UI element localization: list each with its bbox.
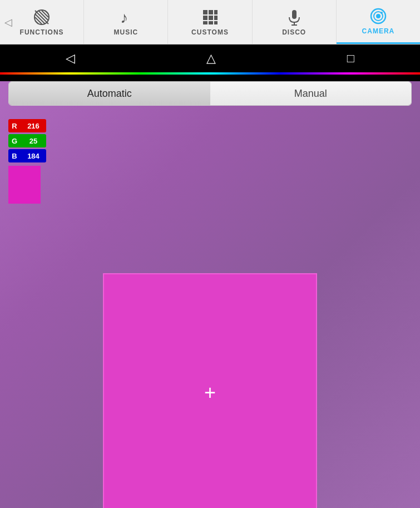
tab-switcher: Automatic Manual xyxy=(8,81,412,106)
rgb-red-badge: R 216 xyxy=(8,119,46,132)
svg-rect-17 xyxy=(214,21,218,24)
nav-label-camera: CAMERA xyxy=(362,27,395,35)
svg-rect-18 xyxy=(292,10,297,19)
svg-point-24 xyxy=(381,12,383,14)
svg-rect-9 xyxy=(203,10,207,14)
color-spectrum-bar xyxy=(0,72,420,75)
music-icon: ♪ xyxy=(117,8,135,26)
android-nav-bar: ◁ △ □ xyxy=(0,45,420,72)
svg-rect-11 xyxy=(214,10,218,14)
svg-rect-10 xyxy=(209,10,213,14)
camera-add-icon[interactable]: + xyxy=(204,381,216,405)
main-content: Automatic Manual R 216 G 25 B 184 + xyxy=(0,81,420,508)
nav-item-customs[interactable]: CUSTOMS xyxy=(168,0,252,44)
svg-point-23 xyxy=(376,14,381,18)
svg-rect-16 xyxy=(209,21,213,24)
microphone-icon xyxy=(285,8,303,26)
android-back-button[interactable]: ◁ xyxy=(66,51,75,66)
android-home-button[interactable]: △ xyxy=(206,51,216,66)
camera-capture-area[interactable]: + xyxy=(103,273,317,508)
nav-item-functions[interactable]: ◁ FUNCTIONS xyxy=(0,0,84,44)
nav-label-functions: FUNCTIONS xyxy=(20,28,64,36)
top-nav: ◁ FUNCTIONS ♪ MUSIC xyxy=(0,0,420,45)
svg-line-5 xyxy=(42,11,48,17)
svg-line-4 xyxy=(35,17,42,24)
rgb-g-value: 25 xyxy=(21,134,46,147)
svg-rect-13 xyxy=(209,16,213,20)
nav-label-disco: DISCO xyxy=(282,28,306,36)
rgb-container: R 216 G 25 B 184 xyxy=(8,119,46,162)
rgb-blue-badge: B 184 xyxy=(8,149,46,162)
svg-rect-14 xyxy=(214,16,218,20)
nav-item-music[interactable]: ♪ MUSIC xyxy=(84,0,168,44)
back-arrow-icon[interactable]: ◁ xyxy=(4,16,12,28)
nav-item-camera[interactable]: CAMERA xyxy=(337,0,420,44)
svg-text:♪: ♪ xyxy=(120,9,128,26)
svg-rect-12 xyxy=(203,16,207,20)
tab-automatic[interactable]: Automatic xyxy=(9,82,210,105)
svg-line-6 xyxy=(35,21,38,24)
nav-label-music: MUSIC xyxy=(113,28,138,36)
tab-manual[interactable]: Manual xyxy=(210,82,412,105)
svg-rect-15 xyxy=(203,21,207,24)
rgb-green-badge: G 25 xyxy=(8,134,46,147)
rgb-b-value: 184 xyxy=(21,149,46,162)
grid-icon xyxy=(201,8,219,26)
rgb-g-label: G xyxy=(8,134,21,147)
rgb-r-label: R xyxy=(8,119,21,132)
svg-line-7 xyxy=(45,11,48,14)
nav-item-disco[interactable]: DISCO xyxy=(253,0,337,44)
rgb-b-label: B xyxy=(8,149,21,162)
camera-icon xyxy=(369,7,387,25)
functions-icon xyxy=(33,8,51,26)
nav-label-customs: CUSTOMS xyxy=(191,28,229,36)
rgb-r-value: 216 xyxy=(21,119,46,132)
color-swatch xyxy=(8,166,41,204)
android-recents-button[interactable]: □ xyxy=(347,51,354,66)
